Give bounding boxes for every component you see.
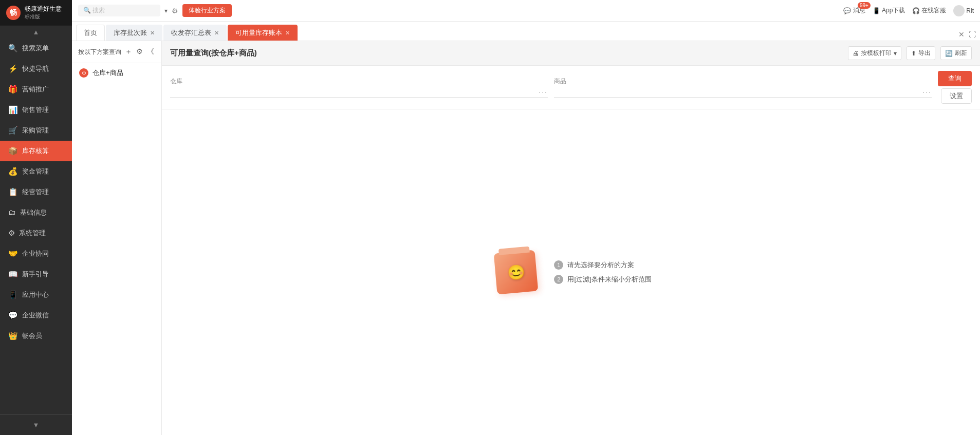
box-face-icon: 😊 xyxy=(507,263,526,281)
empty-tip-2: 2 用[过滤]条件来缩小分析范围 xyxy=(554,275,651,284)
page-header: 可用量查询(按仓库+商品) 🖨 按模板打印 ▾ ⬆ 导出 🔄 刷新 xyxy=(162,41,980,66)
warehouse-filter-field: 仓库 ··· xyxy=(170,77,548,98)
warehouse-filter-label: 仓库 xyxy=(170,77,548,86)
refresh-button[interactable]: 🔄 刷新 xyxy=(940,46,972,60)
search-icon: 🔍 xyxy=(8,44,18,53)
add-scheme-button[interactable]: ＋ xyxy=(124,46,133,58)
goods-filter-field: 商品 ··· xyxy=(554,77,932,98)
wechat-icon: 💬 xyxy=(8,311,18,320)
scheme-item-icon: ⚙ xyxy=(79,68,88,78)
collapse-panel-button[interactable]: 《 xyxy=(146,46,155,58)
system-icon: ⚙ xyxy=(8,229,15,238)
page-actions: 🖨 按模板打印 ▾ ⬆ 导出 🔄 刷新 xyxy=(848,46,972,60)
sidebar-item-quick-nav[interactable]: ⚡ 快捷导航 xyxy=(0,59,72,79)
sidebar-item-appcenter[interactable]: 📱 应用中心 xyxy=(0,285,72,305)
sidebar-item-basic[interactable]: 🗂 基础信息 xyxy=(0,202,72,223)
export-icon: ⬆ xyxy=(911,50,916,57)
sidebar-label-purchase: 采购管理 xyxy=(22,126,49,135)
header-dropdown-icon[interactable]: ▾ xyxy=(164,7,168,14)
sidebar-label-guide: 新手引导 xyxy=(22,270,49,279)
sidebar-item-operations[interactable]: 📋 经营管理 xyxy=(0,182,72,202)
sidebar-item-finance[interactable]: 💰 资金管理 xyxy=(0,161,72,182)
sidebar-item-sales[interactable]: 📊 销售管理 xyxy=(0,100,72,120)
online-service-area[interactable]: 🎧 在线客服 xyxy=(912,6,946,15)
refresh-label: 刷新 xyxy=(955,49,967,58)
sidebar-label-wechat: 企业微信 xyxy=(22,311,49,320)
export-button[interactable]: ⬆ 导出 xyxy=(907,46,935,60)
sidebar-bottom: ▼ xyxy=(0,414,72,435)
tab-available-qty-label: 可用量库存账本 xyxy=(235,28,282,37)
page-title: 可用量查询(按仓库+商品) xyxy=(170,48,257,58)
header-gear-icon[interactable]: ⚙ xyxy=(172,7,178,15)
user-area[interactable]: Rit xyxy=(953,5,974,16)
tab-available-qty[interactable]: 可用量库存账本 ✕ xyxy=(228,25,298,41)
query-button[interactable]: 查询 xyxy=(938,71,972,86)
goods-input-wrap: ··· xyxy=(554,88,932,98)
sidebar-label-basic: 基础信息 xyxy=(20,208,47,217)
goods-input[interactable] xyxy=(554,88,920,96)
sidebar-label-sales: 销售管理 xyxy=(22,105,49,115)
sidebar-item-member[interactable]: 👑 畅会员 xyxy=(0,326,72,346)
sidebar-item-inventory[interactable]: 📦 库存核算 xyxy=(0,141,72,161)
tab-available-qty-close[interactable]: ✕ xyxy=(285,30,290,36)
print-dropdown-icon[interactable]: ▾ xyxy=(894,50,897,57)
warehouse-input[interactable] xyxy=(170,88,537,96)
experience-button[interactable]: 体验行业方案 xyxy=(182,4,232,17)
tip-text-2: 用[过滤]条件来缩小分析范围 xyxy=(567,275,651,284)
marketing-icon: 🎁 xyxy=(8,85,18,94)
tab-panel-close-icon[interactable]: ✕ xyxy=(958,30,965,39)
empty-tips-area: 1 请先选择要分析的方案 2 用[过滤]条件来缩小分析范围 xyxy=(554,260,651,284)
sidebar-label-inventory: 库存核算 xyxy=(22,146,49,156)
appcenter-icon: 📱 xyxy=(8,290,18,299)
sidebar-logo: 畅 畅康通好生意 标准版 xyxy=(0,0,72,26)
print-icon: 🖨 xyxy=(853,50,859,57)
message-area[interactable]: 💬 消息 99+ xyxy=(843,6,865,15)
top-header: 🔍 搜索 ▾ ⚙ 体验行业方案 💬 消息 99+ 📱 App下载 🎧 在线客服 xyxy=(72,0,980,22)
sidebar-item-search[interactable]: 🔍 搜索菜单 xyxy=(0,38,72,59)
sidebar-item-enterprise[interactable]: 🤝 企业协同 xyxy=(0,243,72,264)
purchase-icon: 🛒 xyxy=(8,126,18,135)
sidebar-item-marketing[interactable]: 🎁 营销推广 xyxy=(0,79,72,100)
tip-num-1: 1 xyxy=(554,260,563,270)
header-search-area[interactable]: 🔍 搜索 xyxy=(78,5,160,16)
tab-batch-ledger[interactable]: 库存批次账 ✕ xyxy=(106,25,162,41)
sidebar-label-finance: 资金管理 xyxy=(22,167,49,176)
sidebar-item-guide[interactable]: 📖 新手引导 xyxy=(0,264,72,285)
filter-row: 仓库 ··· 商品 ··· 查询 设置 xyxy=(162,66,980,109)
sidebar-item-wechat[interactable]: 💬 企业微信 xyxy=(0,305,72,326)
tab-batch-ledger-close[interactable]: ✕ xyxy=(150,30,155,36)
message-icon: 💬 xyxy=(843,7,851,14)
tab-batch-ledger-label: 库存批次账 xyxy=(114,28,147,37)
search-placeholder: 🔍 搜索 xyxy=(83,7,105,14)
operations-icon: 📋 xyxy=(8,187,18,197)
settings-button[interactable]: 设置 xyxy=(941,88,972,104)
scheme-item-warehouse-goods[interactable]: ⚙ 仓库+商品 xyxy=(72,63,161,83)
avatar xyxy=(953,5,965,16)
tab-collect-summary-label: 收发存汇总表 xyxy=(171,28,211,37)
tab-expand-icon[interactable]: ⛶ xyxy=(969,30,976,39)
message-badge: 99+ xyxy=(858,2,871,9)
sidebar-scroll-up[interactable]: ▲ xyxy=(0,26,72,38)
edit-scheme-button[interactable]: ⚙ xyxy=(135,46,144,58)
sidebar-item-purchase[interactable]: 🛒 采购管理 xyxy=(0,120,72,141)
sidebar-label-system: 系统管理 xyxy=(19,229,46,238)
warehouse-dots-button[interactable]: ··· xyxy=(539,88,548,96)
print-label: 按模板打印 xyxy=(861,49,892,58)
sidebar-item-system[interactable]: ⚙ 系统管理 xyxy=(0,223,72,243)
print-button[interactable]: 🖨 按模板打印 ▾ xyxy=(848,46,901,60)
sidebar-scroll-down[interactable]: ▼ xyxy=(0,419,72,431)
online-service-label: 在线客服 xyxy=(921,6,946,15)
basic-icon: 🗂 xyxy=(8,208,16,217)
main-area: 🔍 搜索 ▾ ⚙ 体验行业方案 💬 消息 99+ 📱 App下载 🎧 在线客服 xyxy=(72,0,980,435)
tab-collect-summary[interactable]: 收发存汇总表 ✕ xyxy=(163,25,227,41)
content-area: 按以下方案查询 ＋ ⚙ 《 ⚙ 仓库+商品 可用量查询(按仓库+商品) 🖨 xyxy=(72,41,980,435)
goods-dots-button[interactable]: ··· xyxy=(922,88,932,96)
app-download-label: App下载 xyxy=(882,6,905,15)
tab-collect-summary-close[interactable]: ✕ xyxy=(214,30,219,36)
scheme-item-label: 仓库+商品 xyxy=(93,68,123,78)
tab-home-label: 首页 xyxy=(84,28,97,37)
tabs-right-controls: ✕ ⛶ xyxy=(958,30,976,41)
empty-box-icon: 😊 xyxy=(494,250,539,295)
app-download-area[interactable]: 📱 App下载 xyxy=(873,6,905,15)
tab-home[interactable]: 首页 xyxy=(76,25,105,41)
